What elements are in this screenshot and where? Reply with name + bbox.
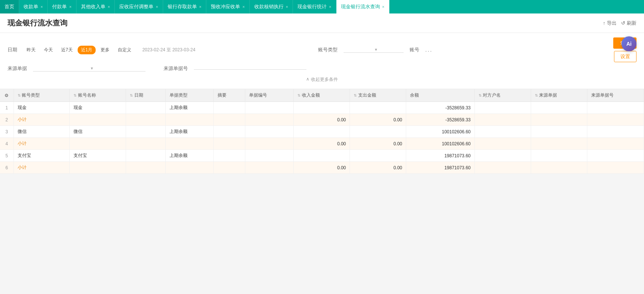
nav-payment-close[interactable]: × [69, 4, 71, 9]
source-doc-select[interactable]: ▼ [33, 66, 146, 72]
col-income-sort-icon: ⇅ [297, 93, 300, 97]
date-btn-custom[interactable]: 自定义 [114, 46, 135, 54]
refresh-icon: ↺ [621, 20, 625, 26]
nav-receipt-verify-close[interactable]: × [286, 4, 288, 9]
date-btn-more[interactable]: 更多 [97, 46, 113, 54]
nav-cash-flow-close[interactable]: × [382, 4, 384, 9]
nav-item-payment[interactable]: 付款单 × [48, 0, 76, 13]
col-counterpart[interactable]: ⇅ 对方户名 [474, 89, 531, 102]
account-type-select[interactable]: ▼ [344, 47, 404, 53]
source-doc-no-label: 来源单据号 [164, 65, 188, 72]
ai-assistant-button[interactable]: Ai [621, 36, 636, 51]
table-cell: 4 [0, 138, 14, 150]
account-type-arrow-icon: ▼ [374, 48, 402, 52]
table-cell [587, 126, 644, 138]
col-account-type[interactable]: ⇅ 账号类型 [14, 89, 70, 102]
date-range-display: 2023-02-24 至 2023-03-24 [142, 47, 195, 53]
nav-item-other-income[interactable]: 其他收入单 × [77, 0, 115, 13]
table-cell: 上期余额 [165, 102, 214, 114]
col-income[interactable]: ⇅ 收入金额 [294, 89, 350, 102]
nav-prepay-label: 预收冲应收单 [211, 3, 240, 10]
gear-icon[interactable]: ⚙ [5, 93, 9, 98]
date-btn-1month[interactable]: 近1月 [78, 46, 96, 54]
table-cell [587, 102, 644, 114]
collapse-label: 收起更多条件 [311, 76, 338, 83]
filter-row-1: 日期 昨天 今天 近7天 近1月 更多 自定义 2023-02-24 至 202… [8, 37, 636, 62]
page-header: 现金银行流水查询 ↑ 导出 ↺ 刷新 [0, 13, 644, 33]
nav-bank-deposit-close[interactable]: × [199, 4, 201, 9]
table-cell: 19871073.60 [406, 162, 474, 174]
nav-item-ar-ap-adjust[interactable]: 应收应付调整单 × [115, 0, 163, 13]
nav-item-bank-deposit[interactable]: 银行存取款单 × [163, 0, 206, 13]
account-label: 账号 [410, 46, 419, 53]
export-label: 导出 [607, 20, 617, 27]
table-cell: 100102606.60 [406, 126, 474, 138]
table-cell [126, 150, 165, 162]
table-cell [294, 102, 350, 114]
table-cell: 0.00 [294, 162, 350, 174]
nav-item-home[interactable]: 首页 [0, 0, 19, 13]
table-cell [214, 114, 245, 126]
table-cell [531, 114, 587, 126]
collapse-bar[interactable]: ∧ 收起更多条件 [8, 75, 636, 84]
table-cell [214, 138, 245, 150]
nav-other-income-close[interactable]: × [108, 4, 110, 9]
table-cell [165, 162, 214, 174]
table-row: 6小计0.000.0019871073.60 [0, 162, 644, 174]
source-doc-no-input[interactable] [194, 68, 306, 70]
nav-item-receipt-verify[interactable]: 收款核销执行 × [250, 0, 293, 13]
nav-item-prepay[interactable]: 预收冲应收单 × [206, 0, 249, 13]
nav-item-receipt[interactable]: 收款单 × [19, 0, 48, 13]
table-cell [587, 138, 644, 150]
table-cell [165, 138, 214, 150]
table-cell: 6 [0, 162, 14, 174]
col-account-name[interactable]: ⇅ 账号名称 [70, 89, 126, 102]
date-filter-group: 日期 昨天 今天 近7天 近1月 更多 自定义 2023-02-24 至 202… [8, 46, 297, 54]
table-cell [126, 102, 165, 114]
table-cell [531, 102, 587, 114]
nav-item-cash-flow[interactable]: 现金银行流水查询 × [336, 0, 389, 13]
col-account-name-sort-icon: ⇅ [74, 93, 77, 97]
nav-receipt-close[interactable]: × [41, 4, 43, 9]
nav-item-cash-stat[interactable]: 现金银行统计 × [293, 0, 336, 13]
table-cell: 0.00 [294, 138, 350, 150]
table-cell: 0.00 [350, 162, 406, 174]
table-cell [214, 102, 245, 114]
account-more-button[interactable]: ... [425, 46, 432, 53]
table-cell: 微信 [14, 126, 70, 138]
table-cell [474, 102, 531, 114]
table-cell: 1 [0, 102, 14, 114]
table-cell [587, 162, 644, 174]
table-cell [70, 162, 126, 174]
date-btn-today[interactable]: 今天 [41, 46, 56, 54]
col-source-doc[interactable]: ⇅ 来源单据 [531, 89, 587, 102]
table-cell: 支付宝 [14, 150, 70, 162]
col-date[interactable]: ⇅ 日期 [126, 89, 165, 102]
nav-prepay-close[interactable]: × [242, 4, 245, 9]
col-balance: 余额 [406, 89, 474, 102]
nav-cash-stat-close[interactable]: × [329, 4, 331, 9]
data-table: ⚙ ⇅ 账号类型 ⇅ 账号名称 ⇅ 日期 单据类型 摘要 单据编号 [0, 89, 644, 174]
nav-ar-ap-close[interactable]: × [156, 4, 158, 9]
table-header: ⚙ ⇅ 账号类型 ⇅ 账号名称 ⇅ 日期 单据类型 摘要 单据编号 [0, 89, 644, 102]
table-cell: 2 [0, 114, 14, 126]
table-cell [587, 150, 644, 162]
date-btn-yesterday[interactable]: 昨天 [23, 46, 39, 54]
table-cell [126, 138, 165, 150]
table-cell [245, 114, 294, 126]
col-source-doc-no: 来源单据号 [587, 89, 644, 102]
refresh-button[interactable]: ↺ 刷新 [621, 20, 636, 27]
date-btn-7days[interactable]: 近7天 [58, 46, 76, 54]
table-row: 3微信微信上期余额100102606.60 [0, 126, 644, 138]
table-cell [587, 114, 644, 126]
table-cell [214, 126, 245, 138]
table-cell: 上期余额 [165, 150, 214, 162]
nav-ar-ap-label: 应收应付调整单 [119, 3, 153, 10]
table-cell [350, 102, 406, 114]
table-cell: 微信 [70, 126, 126, 138]
export-button[interactable]: ↑ 导出 [603, 20, 617, 27]
settings-button[interactable]: 设置 [614, 51, 636, 62]
col-summary: 摘要 [214, 89, 245, 102]
col-expense[interactable]: ⇅ 支出金额 [350, 89, 406, 102]
table-cell [245, 126, 294, 138]
